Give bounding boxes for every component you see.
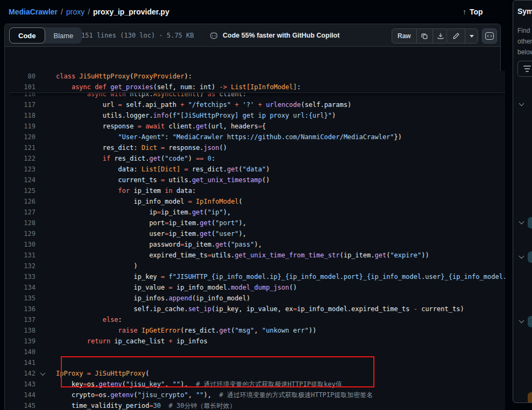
code-line: 127 ip=ip_item.get("ip"),	[10, 207, 505, 218]
line-number[interactable]: 132	[10, 261, 36, 271]
code-line: 135 ip_infos.append(ip_info_model)	[10, 293, 505, 304]
code-line: 120 "User-Agent": "MediaCrawler https://…	[10, 132, 505, 142]
code-blame-switcher: Code Blame	[9, 27, 82, 44]
code-lines: 116 async with httpx.AsyncClient() as cl…	[10, 89, 505, 410]
code-text: "User-Agent": "MediaCrawler https://gith…	[56, 132, 505, 142]
line-number[interactable]: 135	[10, 293, 36, 304]
code-text: ip_info_model = IpInfoModel(	[56, 196, 505, 207]
chevron-down-icon[interactable]	[519, 318, 524, 323]
copilot-banner[interactable]: Code 55% faster with GitHub Copilot	[209, 24, 339, 47]
code-text: ip_value = ip_info_model.model_dump_json…	[56, 282, 505, 293]
chevron-down-icon[interactable]	[519, 101, 524, 106]
line-number[interactable]: 117	[10, 99, 36, 110]
code-text: IpProxy = JiSuHttpProxy(	[56, 368, 505, 379]
code-text: user=ip_item.get("user"),	[56, 228, 505, 239]
gutter-fold-slot	[36, 71, 56, 82]
gutter-fold-slot	[36, 293, 56, 304]
edit-options-dropdown[interactable]	[465, 29, 478, 43]
symbol-item[interactable]	[528, 392, 532, 403]
line-number[interactable]: 144	[10, 390, 36, 400]
filter-symbols-input[interactable]	[517, 61, 532, 77]
line-number[interactable]: 123	[10, 164, 36, 175]
line-number[interactable]: 143	[10, 379, 36, 390]
file-meta-info: 151 lines (130 loc) · 5.75 KB	[81, 24, 194, 47]
line-number[interactable]: 125	[10, 185, 36, 196]
line-number[interactable]: 126	[10, 196, 36, 207]
caret-down-icon	[470, 35, 474, 38]
code-line: 137 else:	[10, 314, 505, 325]
code-line: 117 url = self.api_path + "/fetchips" + …	[10, 99, 505, 110]
code-line: 126 ip_info_model = IpInfoModel(	[10, 196, 505, 207]
code-text: password=ip_item.get("pass"),	[56, 239, 505, 250]
line-number[interactable]: 120	[10, 132, 36, 142]
line-number[interactable]: 80	[10, 71, 36, 82]
gutter-fold-slot	[36, 164, 56, 175]
chevron-down-icon[interactable]	[519, 254, 524, 259]
line-number[interactable]: 142	[10, 368, 36, 379]
gutter-fold-slot	[36, 357, 56, 368]
line-number[interactable]: 145	[10, 400, 36, 410]
code-text: return ip_cache_list + ip_infos	[56, 336, 505, 347]
gutter-fold-slot	[36, 250, 56, 261]
tab-blame[interactable]: Blame	[45, 27, 82, 44]
breadcrumb-folder-link[interactable]: proxy	[66, 8, 84, 16]
symbols-panel-toggle-button[interactable]: ‹›	[482, 28, 497, 44]
line-number[interactable]: 127	[10, 207, 36, 218]
code-text: if res_dict.get("code") == 0:	[56, 153, 505, 164]
code-line: 133 ip_key = f"JISUHTTP_{ip_info_model.i…	[10, 271, 505, 282]
gutter-fold-slot	[36, 82, 56, 92]
raw-button[interactable]: Raw	[392, 29, 416, 43]
line-number[interactable]: 130	[10, 239, 36, 250]
gutter-fold-slot	[36, 153, 56, 164]
symbols-title: Symbols	[517, 7, 532, 16]
code-text: time_validity_period=30 # 30分钟（最长时效）	[56, 400, 505, 410]
gutter-fold-slot	[36, 142, 56, 153]
gutter-fold-slot	[36, 368, 56, 379]
line-number[interactable]: 133	[10, 271, 36, 282]
symbol-group-row	[513, 98, 532, 111]
line-number[interactable]: 101	[10, 82, 36, 92]
edit-file-button[interactable]	[447, 29, 465, 43]
code-text: res_dict: Dict = response.json()	[56, 142, 505, 153]
symbol-item[interactable]	[528, 251, 532, 263]
line-number[interactable]: 124	[10, 175, 36, 185]
code-line: 139 return ip_cache_list + ip_infos	[10, 336, 505, 347]
code-line: 121 res_dict: Dict = response.json()	[10, 142, 505, 153]
line-number[interactable]: 122	[10, 153, 36, 164]
breadcrumb-bar: MediaCrawler / proxy / proxy_ip_provider…	[0, 0, 532, 24]
code-line: 130 password=ip_item.get("pass"),	[10, 239, 505, 250]
copy-raw-content-button[interactable]	[416, 29, 432, 43]
line-number[interactable]: 134	[10, 282, 36, 293]
line-number[interactable]: 139	[10, 336, 36, 347]
code-line: 145 time_validity_period=30 # 30分钟（最长时效）	[10, 400, 505, 410]
gutter-fold-slot	[36, 228, 56, 239]
line-number[interactable]: 128	[10, 218, 36, 228]
breadcrumb-repo-link[interactable]: MediaCrawler	[9, 8, 58, 16]
code-line: 122 if res_dict.get("code") == 0:	[10, 153, 505, 164]
back-to-top-button[interactable]: ↑ Top	[463, 5, 483, 18]
line-number[interactable]: 136	[10, 304, 36, 314]
line-number[interactable]: 118	[10, 110, 36, 121]
symbol-item[interactable]	[528, 316, 532, 327]
line-number[interactable]: 129	[10, 228, 36, 239]
code-text: self.ip_cache.set_ip(ip_key, ip_value, e…	[56, 304, 505, 314]
line-number[interactable]: 131	[10, 250, 36, 261]
code-line: 80class JiSuHttpProxy(ProxyProvider):	[10, 71, 505, 82]
file-header-toolbar: Code Blame 151 lines (130 loc) · 5.75 KB…	[5, 24, 500, 47]
code-text: ip=ip_item.get("ip"),	[56, 207, 505, 218]
line-number[interactable]: 137	[10, 314, 36, 325]
breadcrumb-separator: /	[84, 8, 93, 16]
code-text	[56, 347, 505, 357]
chevron-down-icon[interactable]	[519, 219, 524, 225]
code-line: 143 key=os.getenv("jisu_key", ""), # 通过环…	[10, 379, 505, 390]
line-number[interactable]: 119	[10, 121, 36, 132]
line-number[interactable]: 138	[10, 325, 36, 336]
symbol-item[interactable]	[528, 217, 532, 228]
tab-code[interactable]: Code	[9, 27, 45, 44]
line-number[interactable]: 141	[10, 357, 36, 368]
symbol-group-row	[513, 315, 532, 328]
line-number[interactable]: 121	[10, 142, 36, 153]
edit-button-group	[446, 28, 478, 44]
line-number[interactable]: 140	[10, 347, 36, 357]
collapse-chevron-icon[interactable]	[40, 370, 46, 376]
